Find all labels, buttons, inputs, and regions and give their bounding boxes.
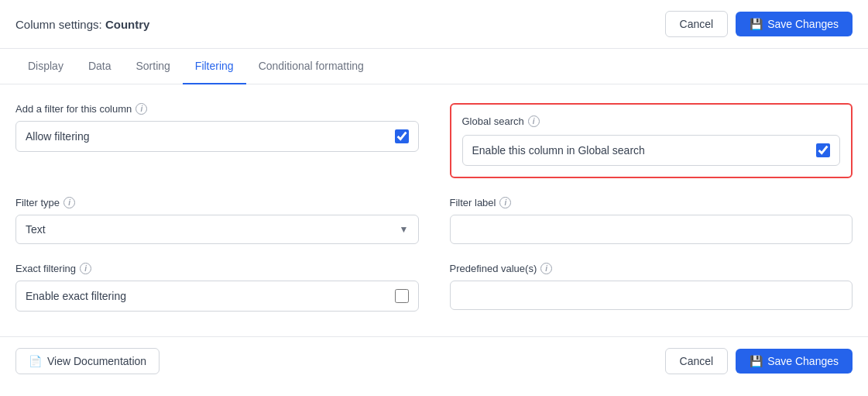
page-title: Column settings: Country [15, 18, 149, 31]
title-prefix: Column settings: [15, 18, 105, 31]
doc-icon: 📄 [29, 355, 42, 367]
footer-save-icon: 💾 [750, 355, 763, 367]
predefined-values-info-icon: i [540, 263, 552, 274]
view-documentation-button[interactable]: 📄 View Documentation [15, 348, 160, 374]
predefined-values-label-text: Predefined value(s) [450, 263, 537, 274]
footer-save-button[interactable]: 💾 Save Changes [736, 349, 853, 374]
global-search-enable-label: Enable this column in Global search [472, 144, 645, 157]
filter-type-group: Filter type i Text ▼ [15, 197, 419, 244]
footer: 📄 View Documentation Cancel 💾 Save Chang… [0, 336, 868, 385]
tab-sorting[interactable]: Sorting [123, 49, 182, 84]
exact-filtering-enable-label: Enable exact filtering [26, 290, 126, 302]
filter-type-select-row: Text ▼ [15, 215, 419, 244]
exact-filtering-label-text: Exact filtering [15, 263, 76, 274]
filter-type-info-icon: i [63, 197, 75, 208]
view-documentation-label: View Documentation [47, 355, 146, 367]
filter-label-input[interactable] [450, 215, 853, 244]
allow-filtering-row: Allow filtering [15, 121, 419, 152]
tab-filtering[interactable]: Filtering [183, 49, 246, 84]
tab-display[interactable]: Display [15, 49, 76, 84]
footer-actions: Cancel 💾 Save Changes [665, 348, 853, 374]
exact-filtering-row: Enable exact filtering [15, 281, 419, 312]
header-cancel-button[interactable]: Cancel [665, 11, 729, 37]
exact-filtering-group: Exact filtering i Enable exact filtering [15, 263, 419, 312]
global-search-info-icon: i [528, 115, 540, 127]
header-save-button[interactable]: 💾 Save Changes [736, 12, 853, 36]
exact-filtering-info-icon: i [80, 263, 91, 274]
tab-bar: Display Data Sorting Filtering Condition… [0, 49, 868, 84]
tab-conditional-formatting[interactable]: Conditional formatting [246, 49, 376, 84]
exact-filtering-checkbox[interactable] [395, 289, 409, 303]
filter-label-label: Filter label i [450, 197, 853, 208]
add-filter-info-icon: i [136, 103, 147, 115]
save-icon: 💾 [750, 18, 763, 30]
global-search-box: Global search i Enable this column in Gl… [450, 103, 853, 178]
header-save-label: Save Changes [767, 18, 839, 30]
filter-label-group: Filter label i [450, 197, 853, 244]
global-search-checkbox[interactable] [816, 143, 830, 157]
predefined-values-label: Predefined value(s) i [450, 263, 853, 274]
exact-filtering-label: Exact filtering i [15, 263, 419, 274]
footer-cancel-button[interactable]: Cancel [665, 348, 729, 374]
predefined-values-input[interactable] [450, 281, 853, 310]
header: Column settings: Country Cancel 💾 Save C… [0, 0, 868, 49]
footer-save-label: Save Changes [767, 355, 839, 367]
tab-data[interactable]: Data [76, 49, 124, 84]
main-content: Add a filter for this column i Allow fil… [0, 84, 868, 330]
header-actions: Cancel 💾 Save Changes [665, 11, 853, 37]
filter-label-label-text: Filter label [450, 197, 496, 208]
allow-filtering-checkbox[interactable] [395, 129, 409, 143]
filter-type-label: Filter type i [15, 197, 419, 208]
filter-type-label-text: Filter type [15, 197, 60, 208]
predefined-values-group: Predefined value(s) i [450, 263, 853, 312]
filter-type-select[interactable]: Text [26, 223, 409, 236]
global-search-label-text: Global search [462, 115, 524, 127]
add-filter-group: Add a filter for this column i Allow fil… [15, 103, 419, 178]
add-filter-label: Add a filter for this column i [15, 103, 419, 115]
allow-filtering-label: Allow filtering [26, 130, 89, 143]
filter-label-info-icon: i [499, 197, 511, 208]
global-search-label: Global search i [462, 115, 841, 127]
title-bold: Country [105, 18, 150, 31]
global-search-inner: Enable this column in Global search [462, 135, 841, 166]
add-filter-label-text: Add a filter for this column [15, 103, 132, 115]
